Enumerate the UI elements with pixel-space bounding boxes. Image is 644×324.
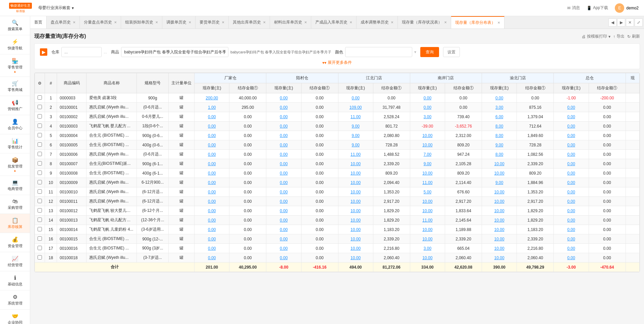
cell-jiangbei-qty[interactable]: 9.00 <box>338 131 373 140</box>
tab-close-icon[interactable]: ✕ <box>73 20 75 24</box>
cell-mucuncao-qty[interactable]: 0.00 <box>266 103 301 112</box>
cell-zongcang-qty[interactable]: -1.00 <box>554 93 589 103</box>
cell-zongcang-qty[interactable]: 0.00 <box>554 206 589 216</box>
cell-yubei-qty[interactable]: 3.00 <box>482 103 517 112</box>
tab-close-icon[interactable]: ✕ <box>304 20 307 24</box>
collapse-btn[interactable]: ▶ <box>40 48 47 56</box>
cell-yubei-qty[interactable]: 9.00 <box>482 178 517 187</box>
cell-nanan-qty[interactable]: 10.00 <box>410 206 445 216</box>
sidebar-item-finance[interactable]: 💰 资金管理 <box>0 233 30 252</box>
cell-jiangbei-qty[interactable]: 10.00 <box>338 216 373 225</box>
sidebar-item-basic-info[interactable]: ℹ 基础信息 <box>0 271 30 290</box>
cell-yubei-qty[interactable]: 0.00 <box>482 93 517 103</box>
tab-product-in[interactable]: 产成品入库单历史 ✕ <box>311 16 357 29</box>
cell-yubei-qty[interactable]: 8.00 <box>482 150 517 159</box>
cell-mucuncao-qty[interactable]: 0.00 <box>266 122 301 131</box>
cell-checkbox[interactable] <box>35 187 45 197</box>
tab-close-icon[interactable]: ✕ <box>391 20 393 24</box>
cell-changjiacao-qty[interactable]: 0.00 <box>195 206 229 216</box>
account-selector[interactable]: 母婴行业演示账套 ▾ <box>38 5 74 11</box>
sidebar-item-ecommerce[interactable]: 💻 电商管理 <box>0 176 30 195</box>
tab-close-icon[interactable]: ✕ <box>263 20 266 24</box>
cell-checkbox[interactable] <box>35 93 45 103</box>
cell-checkbox[interactable] <box>35 103 45 112</box>
tab-assemble[interactable]: 组装拆卸单历史 ✕ <box>121 16 162 29</box>
cell-yubei-qty[interactable]: 10.00 <box>482 169 517 178</box>
cell-changjiacao-qty[interactable]: 0.00 <box>195 169 229 178</box>
cell-jiangbei-qty[interactable]: 10.00 <box>338 206 373 216</box>
cell-mucuncao-qty[interactable]: 0.00 <box>266 140 301 150</box>
cell-yubei-qty[interactable]: 10.00 <box>482 216 517 225</box>
product-input[interactable] <box>121 47 228 57</box>
cell-checkbox[interactable] <box>35 112 45 122</box>
cell-yubei-qty[interactable]: 10.00 <box>482 225 517 234</box>
tab-cost-adjust[interactable]: 成本调整单历史 ✕ <box>357 16 398 29</box>
col-settings-header[interactable]: ⚙ <box>35 73 45 93</box>
cell-nanan-qty[interactable]: 10.00 <box>410 234 445 244</box>
tabs-next-btn[interactable]: ▶ <box>617 18 625 27</box>
cell-changjiacao-qty[interactable]: 0.00 <box>195 159 229 169</box>
cell-jiangbei-qty[interactable]: 9.00 <box>338 122 373 131</box>
tab-close-icon[interactable]: ✕ <box>350 20 352 24</box>
cell-mucuncao-qty[interactable]: 0.00 <box>266 206 301 216</box>
cell-changjiacao-qty[interactable]: 0.00 <box>195 112 229 122</box>
cell-changjiacao-qty[interactable]: 0.00 <box>195 253 229 263</box>
cell-zongcang-qty[interactable]: 0.00 <box>554 169 589 178</box>
cell-nanan-qty[interactable]: 10.00 <box>410 253 445 263</box>
sidebar-item-retail[interactable]: 🏪 零售管理 ▲ <box>0 54 30 77</box>
cell-nanan-qty[interactable]: 9.00 <box>410 159 445 169</box>
cell-zongcang-qty[interactable]: 0.00 <box>554 253 589 263</box>
cell-changjiacao-qty[interactable]: 0.00 <box>195 225 229 234</box>
cell-zongcang-qty[interactable]: 0.00 <box>554 234 589 244</box>
cell-mucuncao-qty[interactable]: 0.00 <box>266 244 301 253</box>
cell-nanan-qty[interactable]: 10.00 <box>410 131 445 140</box>
tab-other-out[interactable]: 其他出库单历史 ✕ <box>229 16 270 29</box>
cell-checkbox[interactable] <box>35 197 45 206</box>
sidebar-item-retail-stats[interactable]: 📊 零售统计 <box>0 134 30 153</box>
cell-changjiacao-qty[interactable]: 0.00 <box>195 122 229 131</box>
export-btn[interactable]: ↑ 导出 <box>613 34 625 39</box>
sidebar-item-wholesale[interactable]: 📦 批发管理 ▲ <box>0 153 30 176</box>
cell-jiangbei-qty[interactable]: 10.00 <box>338 197 373 206</box>
color-input[interactable] <box>345 47 412 57</box>
tab-portion-check[interactable]: 分量盘点单历史 ✕ <box>80 16 121 29</box>
cell-zongcang-qty[interactable]: 0.00 <box>554 150 589 159</box>
tab-close-icon[interactable]: ✕ <box>155 20 158 24</box>
app-download-btn[interactable]: 📱 App下载 <box>587 5 608 11</box>
cell-changjiacao-qty[interactable]: 1.00 <box>195 103 229 112</box>
cell-mucuncao-qty[interactable]: 0.00 <box>266 187 301 197</box>
cell-nanan-qty[interactable]: 11.00 <box>410 178 445 187</box>
cell-jiangbei-qty[interactable]: 11.00 <box>338 150 373 159</box>
cell-nanan-qty[interactable]: 0.00 <box>410 93 445 103</box>
cell-yubei-qty[interactable]: 10.00 <box>482 244 517 253</box>
cell-changjiacao-qty[interactable]: 0.00 <box>195 244 229 253</box>
cell-changjiacao-qty[interactable]: 0.00 <box>195 140 229 150</box>
cell-jiangbei-qty[interactable]: 10.00 <box>338 244 373 253</box>
cell-jiangbei-qty[interactable]: 10.00 <box>338 187 373 197</box>
cell-yubei-qty[interactable]: 9.00 <box>482 140 517 150</box>
cell-mucuncao-qty[interactable]: 0.00 <box>266 197 301 206</box>
tab-home[interactable]: 首页 <box>30 16 47 29</box>
cell-zongcang-qty[interactable]: 0.00 <box>554 178 589 187</box>
cell-checkbox[interactable] <box>35 140 45 150</box>
sidebar-item-inventory[interactable]: 📋 库存核算 <box>0 214 30 233</box>
cell-checkbox[interactable] <box>35 216 45 225</box>
cell-mucuncao-qty[interactable]: 0.00 <box>266 150 301 159</box>
refresh-btn[interactable]: ↻ 刷新 <box>627 34 640 39</box>
cell-zongcang-qty[interactable]: 0.00 <box>554 187 589 197</box>
cell-jiangbei-qty[interactable]: 0.00 <box>338 93 373 103</box>
cell-checkbox[interactable] <box>35 131 45 140</box>
cell-jiangbei-qty[interactable]: 109.00 <box>338 103 373 112</box>
tab-close-icon[interactable]: ✕ <box>497 21 500 25</box>
cell-yubei-qty[interactable]: 10.00 <box>482 206 517 216</box>
tabs-close-btn[interactable]: ✕ <box>626 18 634 27</box>
cell-changjiacao-qty[interactable]: 0.00 <box>195 178 229 187</box>
sidebar-item-mall[interactable]: 🛒 零售商城 <box>0 77 30 96</box>
cell-nanan-qty[interactable]: 3.00 <box>410 112 445 122</box>
cell-checkbox[interactable] <box>35 122 45 131</box>
cell-checkbox[interactable] <box>35 244 45 253</box>
cell-jiangbei-qty[interactable]: 10.00 <box>338 178 373 187</box>
sidebar-item-purchase[interactable]: 🛍 采购管理 <box>0 195 30 214</box>
cell-checkbox[interactable] <box>35 234 45 244</box>
user-area[interactable]: E demo2 <box>615 3 639 13</box>
